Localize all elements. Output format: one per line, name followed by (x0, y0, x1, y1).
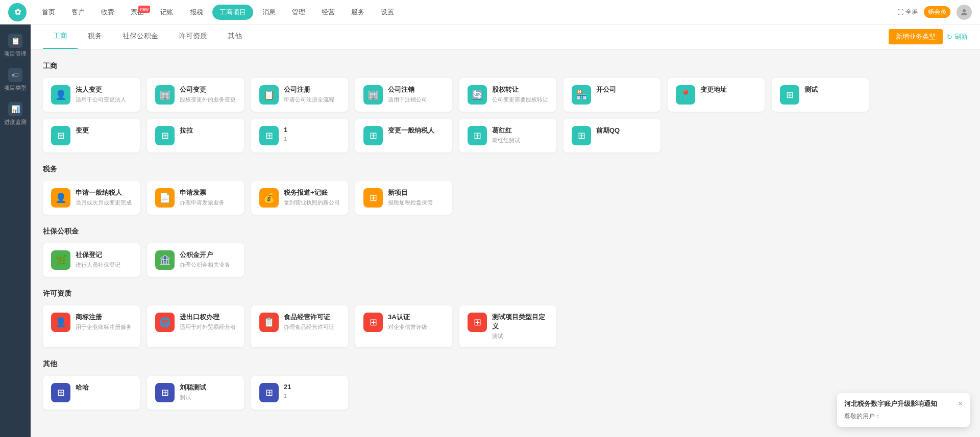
tab-xuke[interactable]: 许可资质 (168, 24, 217, 49)
notif-close-button[interactable]: × (958, 399, 963, 408)
faren-icon: 👤 (51, 85, 70, 105)
sidebar-item-project-manage[interactable]: 📋 项目管理 (0, 29, 31, 63)
apply-invoice-icon: 📄 (155, 188, 175, 208)
test-type-icon: ⊞ (468, 313, 487, 332)
tax-report-desc: 拿到营业执照的新公司 (284, 199, 340, 207)
fullscreen-btn[interactable]: ⛶ 全屏 (897, 8, 918, 16)
card-qianqi[interactable]: ⊞ 前期QQ (564, 119, 660, 152)
food-title: 食品经营许可证 (284, 313, 340, 322)
company-reg-icon: 📋 (259, 85, 279, 105)
tab-qita[interactable]: 其他 (217, 24, 252, 49)
card-3a[interactable]: ⊞ 3A认证 对企业信誉评级 (355, 305, 452, 347)
shebao-reg-title: 社保登记 (76, 250, 132, 260)
card-apply-tax[interactable]: 👤 申请一般纳税人 当月或次月成变更完成 (43, 181, 140, 215)
member-button[interactable]: 畅会员 (924, 6, 950, 18)
trade-icon: 🌐 (155, 313, 175, 332)
card-liucong[interactable]: ⊞ 刘聪测试 测试 (147, 376, 244, 409)
liucong-desc: 测试 (180, 394, 236, 401)
21-title: 21 (284, 383, 340, 391)
gongshang-cards: 👤 法人变更 适用于公司变更法人 🏢 公司变更 股权变更外的业务变更 📋 公司注… (43, 78, 968, 152)
user-avatar[interactable] (957, 5, 972, 20)
biangeng-title: 变更 (76, 126, 132, 135)
card-apply-invoice[interactable]: 📄 申请发票 办理申请发票业务 (147, 181, 244, 215)
notif-title: 河北税务数字账户升级影响通知 (844, 399, 937, 408)
card-equity[interactable]: 🔄 股权转让 公司变更需要股权转让 (459, 78, 556, 112)
liucong-title: 刘聪测试 (180, 383, 236, 392)
card-faren[interactable]: 👤 法人变更 适用于公司变更法人 (43, 78, 140, 112)
card-trademark[interactable]: 👤 商标注册 用于企业商标注册服务 (43, 305, 140, 347)
food-icon: 📋 (259, 313, 279, 332)
nav-manage[interactable]: 管理 (285, 5, 312, 20)
test-type-title: 测试项目类型目定义 (492, 313, 548, 331)
nav-items: 首页 客户 收费 票据 new 记账 报税 工商项目 消息 管理 经营 服务 设… (35, 5, 897, 20)
trade-desc: 适用于对外贸易经营者 (180, 323, 236, 331)
3a-title: 3A认证 (388, 313, 444, 322)
sidebar-item-project-type[interactable]: 🏷 项目类型 (0, 63, 31, 97)
one-desc: 1 (284, 135, 340, 143)
card-test-type[interactable]: ⊞ 测试项目类型目定义 测试 (459, 305, 556, 347)
card-change-tax[interactable]: ⊞ 变更一般纳税人 (355, 119, 452, 152)
tab-shebao[interactable]: 社保公积金 (112, 24, 168, 49)
change-addr-title: 变更地址 (700, 85, 756, 94)
project-type-icon: 🏷 (8, 68, 22, 82)
new-type-button[interactable]: 新增业务类型 (889, 29, 943, 44)
refresh-button[interactable]: ↻ 刷新 (947, 32, 968, 41)
xuke-cards: 👤 商标注册 用于企业商标注册服务 🌐 进出口权办理 适用于对外贸易经营者 📋 … (43, 305, 968, 347)
nav-home[interactable]: 首页 (35, 5, 62, 20)
card-change-addr[interactable]: 📍 变更地址 (668, 78, 765, 112)
gehonghong-desc: 葛红红测试 (492, 137, 548, 144)
faren-title: 法人变更 (76, 85, 132, 94)
fullscreen-icon: ⛶ (897, 9, 903, 16)
section-title-xuke: 许可资质 (43, 289, 968, 298)
nav-bookkeeping[interactable]: 记账 (153, 5, 181, 20)
card-haha[interactable]: ⊞ 哈哈 (43, 376, 140, 409)
card-21[interactable]: ⊞ 21 1 (251, 376, 348, 409)
company-change-icon: 🏢 (155, 85, 175, 105)
tab-gongshang[interactable]: 工商 (43, 24, 78, 49)
card-gjj[interactable]: 🏦 公积金开户 办理公积金相关业务 (147, 243, 244, 277)
lala-icon: ⊞ (155, 126, 175, 145)
card-new-proj[interactable]: ⊞ 新项目 报税加税控盘保管 (355, 181, 452, 215)
qianqi-title: 前期QQ (596, 126, 652, 135)
card-gehonghong[interactable]: ⊞ 葛红红 葛红红测试 (459, 119, 556, 152)
section-title-shuiwu: 税务 (43, 165, 968, 174)
haha-icon: ⊞ (51, 383, 70, 402)
nav-service[interactable]: 服务 (344, 5, 372, 20)
card-company-reg[interactable]: 📋 公司注册 申请公司注册全流程 (251, 78, 348, 112)
trademark-desc: 用于企业商标注册服务 (76, 323, 132, 331)
gjj-desc: 办理公积金相关业务 (180, 261, 236, 269)
nav-bizproject[interactable]: 工商项目 (212, 5, 253, 20)
card-open-company[interactable]: 🏪 开公司 (564, 78, 660, 112)
card-shebao-reg[interactable]: 🌿 社保登记 进行人员社保登记 (43, 243, 140, 277)
card-trade[interactable]: 🌐 进出口权办理 适用于对外贸易经营者 (147, 305, 244, 347)
nav-charge[interactable]: 收费 (94, 5, 121, 20)
nav-operation[interactable]: 经营 (314, 5, 342, 20)
3a-desc: 对企业信誉评级 (388, 323, 444, 331)
21-desc: 1 (284, 392, 340, 400)
nav-message[interactable]: 消息 (255, 5, 283, 20)
card-ceshi[interactable]: ⊞ 测试 (772, 78, 869, 112)
apply-invoice-desc: 办理申请发票业务 (180, 199, 236, 207)
ceshi-title: 测试 (804, 85, 861, 94)
sidebar-item-progress[interactable]: 📊 进度监测 (0, 97, 31, 131)
apply-tax-title: 申请一般纳税人 (76, 188, 132, 197)
card-company-cancel[interactable]: 🏢 公司注销 适用于注销公司 (355, 78, 452, 112)
card-one[interactable]: ⊞ 1 1 (251, 119, 348, 152)
equity-desc: 公司变更需要股权转让 (492, 96, 548, 104)
section-title-qita: 其他 (43, 359, 968, 369)
company-reg-desc: 申请公司注册全流程 (284, 96, 340, 104)
nav-tax[interactable]: 报税 (183, 5, 210, 20)
card-lala[interactable]: ⊞ 拉拉 (147, 119, 244, 152)
one-title: 1 (284, 126, 340, 134)
nav-customer[interactable]: 客户 (64, 5, 92, 20)
change-addr-icon: 📍 (676, 85, 695, 105)
nav-settings[interactable]: 设置 (374, 5, 401, 20)
card-food[interactable]: 📋 食品经营许可证 办理食品经营许可证 (251, 305, 348, 347)
svg-point-0 (963, 9, 966, 12)
tab-shuiwu[interactable]: 税务 (78, 24, 112, 49)
card-company-change[interactable]: 🏢 公司变更 股权变更外的业务变更 (147, 78, 244, 112)
nav-ticket[interactable]: 票据 new (124, 5, 151, 20)
card-tax-report[interactable]: 💰 税务报道+记账 拿到营业执照的新公司 (251, 181, 348, 215)
company-change-desc: 股权变更外的业务变更 (180, 96, 236, 104)
card-biangeng[interactable]: ⊞ 变更 (43, 119, 140, 152)
